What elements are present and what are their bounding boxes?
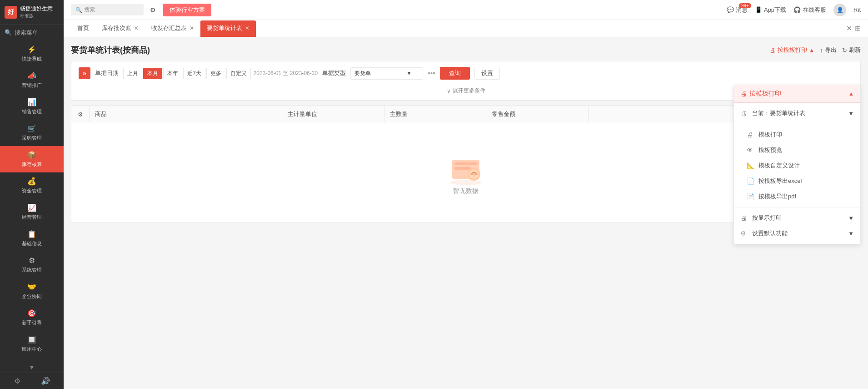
doc-type-value: 要货单: [354, 70, 371, 77]
app-download-label: App下载: [764, 6, 786, 14]
export-btn[interactable]: ↑ 导出: [820, 46, 837, 54]
template-preview-item[interactable]: 👁 模板预览: [734, 142, 860, 158]
tab-close-all[interactable]: ✕: [846, 24, 852, 33]
message-badge: 99+: [739, 3, 751, 8]
svg-rect-3: [454, 167, 471, 170]
nav-label: 新手引导: [22, 319, 42, 326]
operation-icon: 📈: [27, 203, 36, 212]
date-group: 上月 本月 本年 近7天 更多 自定义 2023-06-01 至 2023-06…: [123, 68, 318, 79]
dropdown-header-left: 🖨 按模板打印: [740, 90, 781, 98]
sidebar-item-purchase[interactable]: 🛒 采购管理: [0, 120, 64, 146]
guide-icon: 🎯: [27, 309, 36, 318]
sidebar-item-wechat[interactable]: 💬 企业微信: [0, 357, 64, 362]
template-excel-item[interactable]: 📄 按模板导出excel: [734, 173, 860, 189]
date-btn-7days[interactable]: 近7天: [183, 68, 205, 79]
display-print-icon: 🖨: [740, 214, 748, 222]
tab-expand[interactable]: ⊞: [855, 24, 861, 33]
sidebar-item-inventory[interactable]: 📦 库存核算: [0, 146, 64, 172]
topbar-search-icon: 🔍: [75, 7, 82, 13]
nav-label: 系统管理: [22, 267, 42, 273]
sidebar-item-quick-nav[interactable]: ⚡ 快捷导航: [0, 40, 64, 67]
template-print-item[interactable]: 🖨 模板打印: [734, 127, 860, 142]
export-label: 导出: [825, 46, 837, 54]
logo-text: 畅捷通好生意: [20, 5, 53, 13]
current-template-item[interactable]: 🖨 当前：要货单统计表 ▼: [734, 106, 860, 121]
expand-more-btn[interactable]: ∨ 展开更多条件: [447, 87, 485, 95]
topbar-right: 💬 消息 99+ 📱 App下载 🎧 在线客服 👤 Rit: [727, 4, 861, 16]
online-service-btn[interactable]: 🎧 在线客服: [793, 6, 826, 14]
sidebar-item-apps[interactable]: 🔲 应用中心: [0, 331, 64, 357]
tab-receipt-summary-label: 收发存汇总表: [151, 24, 187, 32]
refresh-btn[interactable]: ↻ 刷新: [842, 46, 861, 54]
settings-icon[interactable]: ⚙: [14, 377, 20, 385]
more-icon: •••: [428, 69, 435, 77]
basic-icon: 📋: [27, 230, 36, 238]
wechat-icon: 💬: [27, 362, 36, 362]
dropdown-header[interactable]: 🖨 按模板打印 ▲: [734, 85, 860, 103]
svg-point-0: [450, 180, 482, 185]
headset-icon: 🎧: [793, 6, 801, 13]
date-btn-last-month[interactable]: 上月: [123, 68, 142, 79]
app-download-btn[interactable]: 📱 App下载: [755, 6, 786, 14]
tab-receipt-summary-close[interactable]: ✕: [190, 25, 194, 31]
topbar-search[interactable]: 🔍 搜索: [71, 4, 144, 15]
expand-icon: ∨: [447, 88, 451, 94]
logo-sub: 标准版: [20, 13, 53, 19]
marketing-icon: 📣: [27, 71, 36, 80]
sidebar-item-collab[interactable]: 🤝 企业协同: [0, 278, 64, 304]
sidebar-item-finance[interactable]: 💰 资金管理: [0, 172, 64, 199]
th-settings[interactable]: ⚙: [71, 106, 90, 122]
tab-inventory-batch[interactable]: 库存批次账 ✕: [95, 20, 145, 37]
topbar-settings-icon[interactable]: ⚙: [150, 6, 156, 14]
query-btn[interactable]: 查询: [440, 67, 470, 80]
template-pdf-label: 按模板导出pdf: [758, 192, 796, 201]
tab-inventory-batch-close[interactable]: ✕: [134, 25, 139, 31]
date-btn-more[interactable]: 更多: [206, 68, 225, 79]
svg-rect-2: [454, 162, 477, 165]
sidebar-item-guide[interactable]: 🎯 新手引导: [0, 304, 64, 331]
nav-label: 企业协同: [22, 293, 42, 300]
nav-label: 销售管理: [22, 108, 42, 115]
doc-type-select[interactable]: 要货单 ▼: [350, 67, 423, 80]
date-btn-this-month[interactable]: 本月: [143, 68, 162, 79]
sidebar-search[interactable]: 🔍 搜索菜单: [0, 25, 64, 40]
template-pdf-item[interactable]: 📄 按模板导出pdf: [734, 189, 860, 204]
th-qty: 主数量: [384, 106, 487, 123]
doc-type-label: 单据类型: [322, 69, 346, 77]
sidebar-item-sales[interactable]: 📊 销售管理: [0, 93, 64, 120]
template-excel-label: 按模板导出excel: [758, 177, 802, 185]
date-btn-this-year[interactable]: 本年: [163, 68, 182, 79]
sidebar-item-system[interactable]: ⚙ 系统管理: [0, 252, 64, 278]
tab-home[interactable]: 首页: [71, 20, 95, 37]
sidebar-item-operation[interactable]: 📈 经营管理: [0, 199, 64, 225]
logo-icon: 好: [5, 6, 17, 19]
setting-btn[interactable]: 设置: [474, 67, 500, 80]
date-btn-custom[interactable]: 自定义: [226, 68, 251, 79]
set-default-label: 设置默认功能: [752, 229, 788, 237]
template-excel-icon: 📄: [747, 177, 754, 185]
template-print-icon: 🖨: [747, 131, 754, 138]
sidebar-item-marketing[interactable]: 📣 营销推广: [0, 67, 64, 93]
avatar[interactable]: 👤: [833, 4, 846, 16]
search-label: 搜索菜单: [15, 29, 38, 37]
empty-text: 暂无数据: [453, 187, 479, 195]
sidebar-item-basic[interactable]: 📋 基础信息: [0, 225, 64, 252]
dropdown-header-label: 按模板打印: [749, 90, 781, 98]
print-template-btn[interactable]: 🖨 按模板打印 ▲: [770, 46, 815, 54]
tab-order-stats[interactable]: 要货单统计表 ✕: [200, 20, 256, 37]
filter-toggle-btn[interactable]: »: [79, 67, 90, 79]
display-print-item[interactable]: 🖨 按显示打印 ▼: [734, 210, 860, 226]
template-custom-item[interactable]: 📐 模板自定义设计: [734, 158, 860, 173]
industry-btn[interactable]: 体验行业方案: [163, 4, 211, 16]
tab-receipt-summary[interactable]: 收发存汇总表 ✕: [145, 20, 200, 37]
template-print-label: 模板打印: [758, 131, 782, 139]
display-print-label: 按显示打印: [752, 214, 782, 222]
message-btn[interactable]: 💬 消息 99+: [727, 6, 748, 14]
tab-order-stats-close[interactable]: ✕: [245, 25, 249, 31]
dropdown-chevron-up: ▲: [848, 91, 854, 97]
nav-label: 经营管理: [22, 214, 42, 221]
sidebar-scroll-down[interactable]: ▼: [0, 362, 64, 373]
refresh-label: 刷新: [849, 46, 861, 54]
set-default-item[interactable]: ⚙ 设置默认功能 ▼: [734, 226, 860, 241]
volume-icon[interactable]: 🔊: [41, 377, 50, 385]
